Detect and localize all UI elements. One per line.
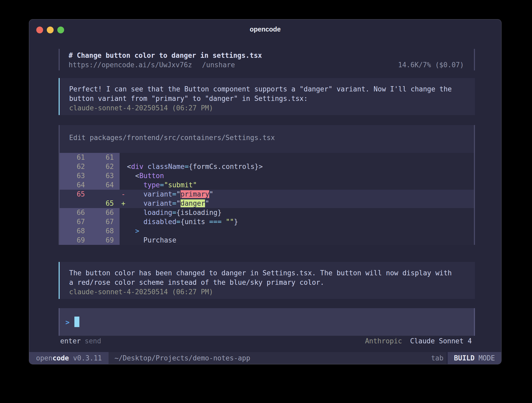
diff-marker: - (120, 190, 127, 199)
edit-file-header: Edit packages/frontend/src/containers/Se… (60, 133, 474, 142)
diff-marker (120, 236, 127, 245)
code-line: loading={isLoading} (127, 208, 474, 217)
model-info: Anthropic Claude Sonnet 4 (365, 336, 472, 346)
message-text-line: a red/rose color scheme instead of the b… (69, 278, 465, 287)
code-segment: < (127, 172, 139, 180)
prompt-input[interactable]: > (59, 308, 475, 336)
code-segment: = (185, 163, 189, 170)
line-number-new: 66 (85, 208, 114, 217)
line-number-old: 68 (60, 226, 85, 236)
opencode-window: opencode # Change button color to danger… (29, 19, 502, 364)
line-number-new: 62 (85, 162, 114, 171)
code-line (127, 153, 474, 162)
code-segment: = (160, 181, 164, 189)
code-line: variant="danger" (127, 199, 474, 208)
text-cursor (74, 317, 79, 327)
code-segment: variant (144, 190, 172, 198)
message-text-line: Perfect! I can see that the Button compo… (69, 84, 465, 94)
diff-gutter: 6969 (60, 236, 120, 245)
diff-row: 6767 disabled={units === ""} (60, 217, 474, 226)
enter-key-hint: enter (60, 336, 81, 346)
code-segment: primary (181, 190, 209, 198)
diff-gutter: 6868 (60, 226, 120, 236)
code-segment: className (147, 163, 185, 170)
diff-rows: 61616262<div className={formCs.controls}… (60, 153, 474, 245)
code-segment: disabled (144, 218, 176, 226)
assistant-message: Perfect! I can see that the Button compo… (59, 78, 475, 115)
code-line: <div className={formCs.controls}> (127, 162, 474, 171)
code-segment (222, 218, 226, 226)
code-segment: < (127, 163, 131, 170)
diff-row: 6363 <Button (60, 171, 474, 180)
mode-badge: BUILDMODE (447, 352, 501, 364)
code-segment (144, 163, 148, 170)
diff-row: 6666 loading={isLoading} (60, 208, 474, 217)
diff-marker (120, 180, 127, 190)
code-segment (127, 190, 144, 198)
mode-name: BUILD (454, 354, 474, 362)
message-text-line: button variant from "primary" to "danger… (69, 94, 465, 103)
status-bar: opencode v0.3.11 ~/Desktop/Projects/demo… (29, 352, 501, 364)
code-segment (127, 181, 144, 189)
code-segment: "submit" (164, 181, 197, 189)
prompt-symbol: > (65, 318, 70, 326)
code-line: <Button (127, 171, 474, 180)
code-line: disabled={units === ""} (127, 217, 474, 226)
model-name: Claude Sonnet 4 (410, 337, 472, 345)
line-number-old: 63 (60, 171, 85, 180)
code-segment: type (144, 181, 160, 189)
line-number-old: 62 (60, 162, 85, 171)
diff-gutter: 6363 (60, 171, 120, 180)
line-number-old: 67 (60, 217, 85, 226)
line-number-new (85, 190, 114, 199)
diff-row: 6868 > (60, 226, 474, 236)
line-number-new: 68 (85, 226, 114, 236)
line-number-old: 66 (60, 208, 85, 217)
line-number-old: 61 (60, 153, 85, 162)
diff-marker (120, 171, 127, 180)
line-number-new: 63 (85, 171, 114, 180)
message-model-meta: claude-sonnet-4-20250514 (06:27 PM) (69, 287, 465, 297)
code-segment (127, 199, 144, 207)
diff-marker (120, 208, 127, 217)
app-name-open: open (36, 354, 53, 362)
diff-row: 65- variant="primary" (60, 190, 474, 199)
diff-gutter: 65 (60, 199, 120, 208)
diff-gutter: 65 (60, 190, 120, 199)
code-line: > (127, 226, 474, 236)
code-segment: === (209, 218, 222, 226)
code-segment: {formCs.controls}> (189, 163, 263, 170)
diff-marker: + (120, 199, 127, 208)
tab-key-hint[interactable]: tab (431, 352, 443, 364)
send-action-hint: send (85, 336, 101, 346)
message-text-line: The button color has been changed to dan… (69, 268, 465, 278)
diff-row: 6262<div className={formCs.controls}> (60, 162, 474, 171)
code-segment: = (172, 190, 176, 198)
diff-marker (120, 226, 127, 236)
diff-marker (120, 162, 127, 171)
diff-row: 6969 Purchase (60, 236, 474, 245)
code-segment: {units (181, 218, 209, 226)
session-header: # Change button color to danger in setti… (59, 49, 475, 70)
diff-gutter: 6161 (60, 153, 120, 162)
unshare-command[interactable]: /unshare (202, 60, 235, 70)
diff-row: 6464 type="submit" (60, 180, 474, 190)
code-segment: > (127, 227, 139, 235)
app-version-badge: opencode v0.3.11 (29, 352, 109, 364)
hints-row: enter send Anthropic Claude Sonnet 4 (59, 336, 475, 346)
window-title: opencode (29, 19, 501, 38)
code-segment (127, 218, 144, 226)
code-segment: danger (181, 199, 205, 207)
code-segment: " (176, 199, 181, 207)
code-segment: variant (144, 199, 172, 207)
code-segment: = (176, 218, 181, 226)
share-url-link[interactable]: https://opencode.ai/s/UwJxv76z (69, 60, 192, 70)
mode-label: MODE (478, 354, 495, 362)
working-directory: ~/Desktop/Projects/demo-notes-app (114, 352, 250, 364)
code-segment: " (205, 199, 209, 207)
message-model-meta: claude-sonnet-4-20250514 (06:27 PM) (69, 103, 465, 113)
line-number-old (60, 199, 85, 208)
code-line: type="submit" (127, 180, 474, 190)
assistant-message: The button color has been changed to dan… (59, 262, 475, 299)
session-title: # Change button color to danger in setti… (69, 51, 465, 60)
